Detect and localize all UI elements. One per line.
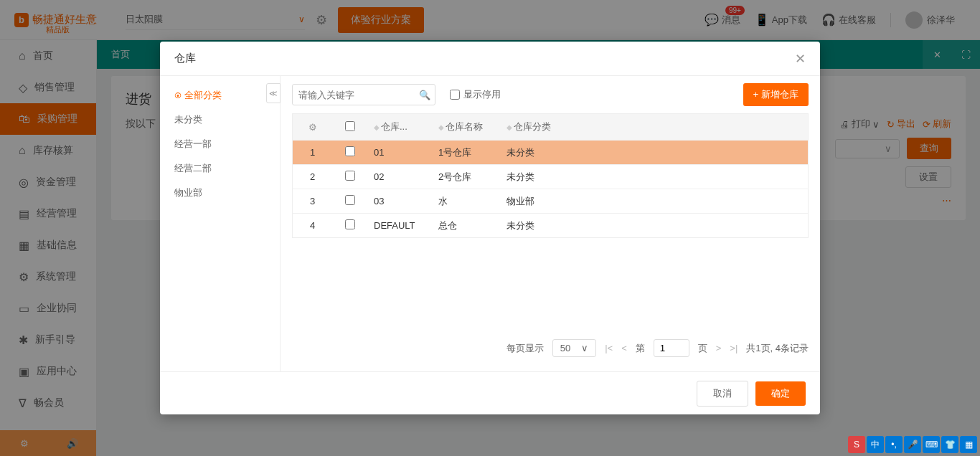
page-input[interactable] bbox=[654, 339, 689, 357]
select-all-checkbox[interactable] bbox=[345, 121, 355, 131]
close-icon[interactable]: ✕ bbox=[795, 51, 806, 67]
pagination: 每页显示 50∨ |< < 第 页 > >| 共1页, 4条记录 bbox=[292, 332, 809, 364]
table-row[interactable]: 1 01 1号仓库 未分类 bbox=[293, 140, 808, 164]
modal-footer: 取消 确定 bbox=[160, 371, 820, 414]
row-checkbox[interactable] bbox=[345, 195, 355, 205]
modal-title: 仓库 bbox=[174, 52, 196, 65]
ime-tool-icon[interactable]: ▦ bbox=[960, 436, 977, 453]
ime-bar: S 中 •, 🎤 ⌨ 👕 ▦ bbox=[848, 436, 977, 453]
row-checkbox[interactable] bbox=[345, 219, 355, 229]
gear-column-icon[interactable]: ⚙ bbox=[293, 122, 332, 133]
prev-page-icon[interactable]: < bbox=[621, 343, 627, 353]
column-code[interactable]: ◆仓库... bbox=[368, 120, 433, 133]
show-disabled-checkbox[interactable]: 显示停用 bbox=[450, 88, 501, 101]
ime-skin-icon[interactable]: 👕 bbox=[941, 436, 958, 453]
warehouse-modal: 仓库 ✕ ≪ 全部分类 未分类 经营一部 经营二部 物业部 🔍 bbox=[160, 42, 820, 414]
ime-keyboard-icon[interactable]: ⌨ bbox=[923, 436, 940, 453]
per-page-select[interactable]: 50∨ bbox=[552, 339, 596, 357]
add-warehouse-button[interactable]: + 新增仓库 bbox=[743, 83, 809, 106]
table-row[interactable]: 3 03 水 物业部 bbox=[293, 189, 808, 213]
row-checkbox[interactable] bbox=[345, 146, 355, 156]
next-page-icon[interactable]: > bbox=[716, 343, 722, 353]
last-page-icon[interactable]: >| bbox=[730, 343, 738, 353]
table-header: ⚙ ◆仓库... ◆仓库名称 ◆仓库分类 bbox=[293, 114, 808, 140]
search-box: 🔍 bbox=[292, 84, 435, 105]
table-row[interactable]: 4 DEFAULT 总仓 未分类 bbox=[293, 213, 808, 237]
sort-icon: ◆ bbox=[374, 123, 380, 131]
column-name[interactable]: ◆仓库名称 bbox=[433, 120, 501, 133]
confirm-button[interactable]: 确定 bbox=[755, 381, 806, 406]
table-row[interactable]: 2 02 2号仓库 未分类 bbox=[293, 164, 808, 189]
sort-icon: ◆ bbox=[507, 123, 512, 131]
modal-overlay: 仓库 ✕ ≪ 全部分类 未分类 经营一部 经营二部 物业部 🔍 bbox=[0, 0, 980, 456]
category-item[interactable]: 物业部 bbox=[160, 181, 280, 205]
ime-lang-icon[interactable]: 中 bbox=[867, 436, 884, 453]
search-input[interactable] bbox=[298, 90, 419, 100]
category-item[interactable]: 未分类 bbox=[160, 108, 280, 132]
category-all[interactable]: 全部分类 bbox=[160, 83, 280, 108]
category-item[interactable]: 经营一部 bbox=[160, 132, 280, 156]
chevron-down-icon: ∨ bbox=[581, 343, 588, 353]
search-icon[interactable]: 🔍 bbox=[419, 90, 430, 100]
ime-sogou-icon[interactable]: S bbox=[848, 436, 865, 453]
ime-punct-icon[interactable]: •, bbox=[885, 436, 903, 453]
category-item[interactable]: 经营二部 bbox=[160, 156, 280, 181]
category-panel: ≪ 全部分类 未分类 经营一部 经营二部 物业部 bbox=[160, 76, 281, 371]
ime-mic-icon[interactable]: 🎤 bbox=[904, 436, 921, 453]
cancel-button[interactable]: 取消 bbox=[697, 381, 748, 407]
warehouse-table: ⚙ ◆仓库... ◆仓库名称 ◆仓库分类 1 01 1号仓库 未分类 bbox=[292, 113, 809, 238]
sort-icon: ◆ bbox=[438, 123, 444, 131]
row-checkbox[interactable] bbox=[345, 171, 355, 181]
modal-header: 仓库 ✕ bbox=[160, 42, 820, 76]
column-category[interactable]: ◆仓库分类 bbox=[501, 120, 808, 133]
first-page-icon[interactable]: |< bbox=[605, 343, 613, 353]
pagination-summary: 共1页, 4条记录 bbox=[746, 342, 809, 355]
collapse-icon[interactable]: ≪ bbox=[266, 83, 281, 103]
